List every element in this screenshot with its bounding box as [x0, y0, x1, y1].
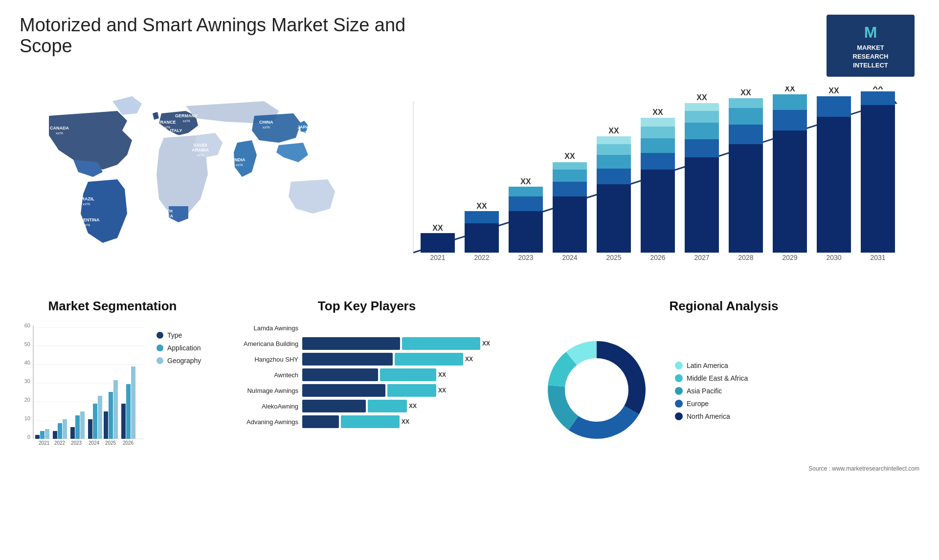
- svg-text:2025: 2025: [606, 254, 621, 261]
- svg-text:XX: XX: [784, 86, 795, 93]
- bar-dark-awntech: [302, 368, 378, 381]
- player-row-aleko: AlekoAwning XX: [215, 400, 518, 412]
- svg-text:2023: 2023: [518, 254, 533, 261]
- player-name-nuimage: NuImage Awnings: [215, 387, 298, 394]
- player-row-hangzhou: Hangzhou SHY XX: [215, 353, 518, 366]
- logo-line3: INTELLECT: [853, 62, 888, 69]
- player-name-aleko: AlekoAwning: [215, 403, 298, 410]
- player-name-advaning: Advaning Awnings: [215, 418, 298, 426]
- svg-rect-31: [641, 127, 675, 138]
- svg-rect-84: [70, 427, 75, 439]
- svg-text:20: 20: [24, 397, 30, 403]
- logo-box: M MARKET RESEARCH INTELLECT: [827, 15, 915, 77]
- application-label: Application: [167, 344, 201, 352]
- svg-rect-88: [88, 419, 92, 439]
- bar-light-nuimage: [387, 384, 436, 397]
- svg-rect-50: [773, 94, 807, 110]
- svg-rect-36: [685, 139, 719, 157]
- svg-rect-18: [553, 162, 587, 170]
- svg-rect-82: [63, 419, 67, 439]
- player-name-lamda: Lamda Awnings: [215, 324, 298, 332]
- latin-america-dot: [675, 362, 683, 369]
- player-bar-awntech: XX: [302, 368, 518, 381]
- player-row-lamda: Lamda Awnings: [215, 322, 518, 334]
- growth-chart-section: XX 2021 XX 2022 XX 2023 XX 2024: [367, 86, 919, 284]
- svg-text:2029: 2029: [782, 254, 797, 261]
- svg-rect-58: [861, 91, 895, 105]
- svg-text:2022: 2022: [54, 440, 66, 446]
- segmentation-bar-chart-svg: 0 10 20 30 40 50 60: [20, 322, 147, 449]
- north-america-dot: [675, 412, 683, 420]
- donut-chart-wrap: [528, 322, 665, 460]
- svg-text:2031: 2031: [870, 254, 885, 261]
- svg-rect-10: [509, 211, 543, 253]
- bar-light-hangzhou: [395, 353, 463, 366]
- svg-rect-78: [45, 429, 49, 439]
- regional-section: Regional Analysis: [528, 299, 919, 472]
- page-title: Motorized and Smart Awnings Market Size …: [20, 15, 460, 57]
- svg-rect-15: [553, 196, 587, 253]
- donut-chart-svg: [528, 322, 665, 458]
- svg-rect-32: [641, 118, 675, 127]
- svg-point-100: [570, 363, 624, 417]
- geography-label: Geography: [167, 357, 201, 365]
- legend-latin-america: Latin America: [675, 362, 748, 369]
- world-map-svg: [20, 86, 352, 282]
- asia-pacific-dot: [675, 387, 683, 395]
- segmentation-title: Market Segmentation: [20, 299, 205, 314]
- svg-rect-24: [597, 144, 631, 155]
- svg-rect-37: [685, 123, 719, 139]
- svg-rect-38: [685, 111, 719, 123]
- bar-dark-americana: [302, 337, 400, 350]
- player-row-advaning: Advaning Awnings XX: [215, 415, 518, 428]
- svg-text:50: 50: [24, 341, 30, 347]
- key-players-section: Top Key Players Lamda Awnings Americana …: [215, 299, 518, 472]
- svg-rect-85: [75, 415, 80, 439]
- svg-text:60: 60: [24, 323, 30, 328]
- legend-geography: Geography: [156, 357, 201, 365]
- legend-application: Application: [156, 344, 201, 352]
- legend-north-america: North America: [675, 412, 748, 420]
- logo-line2: RESEARCH: [853, 53, 889, 60]
- bar-dark-hangzhou: [302, 353, 393, 366]
- svg-text:0: 0: [27, 434, 30, 440]
- source-text: Source : www.marketresearchintellect.com: [528, 465, 919, 472]
- svg-text:XX: XX: [652, 108, 663, 116]
- player-row-nuimage: NuImage Awnings XX: [215, 384, 518, 397]
- svg-rect-44: [729, 108, 763, 125]
- bottom-section: Market Segmentation 0 10 20 30 40 50 60: [20, 299, 919, 472]
- svg-text:2024: 2024: [89, 440, 100, 446]
- players-list: Lamda Awnings Americana Building XX Hang…: [215, 322, 518, 428]
- svg-rect-93: [109, 392, 113, 439]
- svg-rect-43: [729, 125, 763, 144]
- bar-light-advaning: [341, 415, 400, 428]
- svg-rect-42: [729, 144, 763, 253]
- svg-rect-80: [53, 431, 57, 439]
- type-label: Type: [167, 331, 182, 339]
- bar-dark-advaning: [302, 415, 339, 428]
- svg-text:2026: 2026: [123, 440, 134, 446]
- svg-rect-39: [685, 103, 719, 111]
- svg-rect-89: [93, 404, 97, 439]
- europe-dot: [675, 400, 683, 408]
- legend-asia-pacific: Asia Pacific: [675, 387, 748, 395]
- svg-rect-98: [131, 366, 135, 439]
- svg-rect-3: [421, 233, 455, 253]
- middle-east-dot: [675, 374, 683, 382]
- svg-rect-96: [121, 404, 126, 439]
- legend-europe: Europe: [675, 400, 748, 408]
- growth-bar-chart: XX 2021 XX 2022 XX 2023 XX 2024: [367, 86, 919, 282]
- svg-text:XX: XX: [828, 86, 839, 95]
- svg-text:XX: XX: [476, 202, 487, 210]
- svg-rect-57: [861, 105, 895, 253]
- svg-text:XX: XX: [696, 93, 707, 102]
- regional-legend: Latin America Middle East & Africa Asia …: [675, 362, 748, 420]
- bar-light-aleko: [368, 400, 407, 412]
- donut-container: Latin America Middle East & Africa Asia …: [528, 322, 919, 460]
- europe-label: Europe: [687, 400, 709, 408]
- svg-rect-21: [597, 184, 631, 253]
- page-header: Motorized and Smart Awnings Market Size …: [20, 15, 919, 77]
- svg-text:40: 40: [24, 360, 30, 366]
- bar-dark-nuimage: [302, 384, 385, 397]
- svg-rect-48: [773, 130, 807, 253]
